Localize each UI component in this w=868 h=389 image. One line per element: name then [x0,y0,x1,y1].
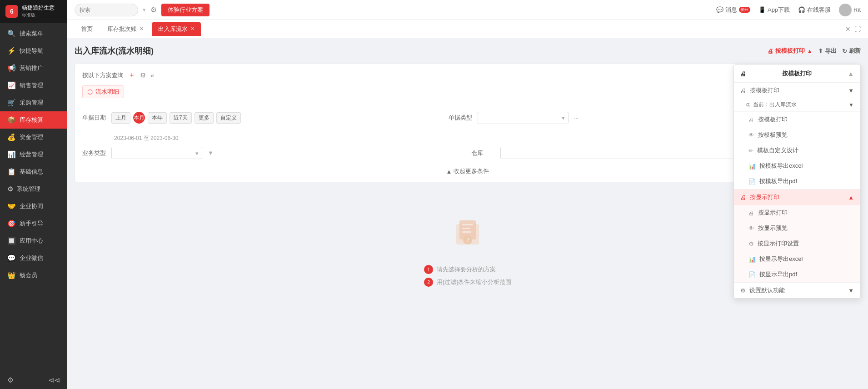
date-field: 单据日期 上月 本月 本年 近7天 更多 自定义 [82,112,441,124]
messages-btn[interactable]: 💬 消息 99+ [716,6,750,14]
sidebar-item-system[interactable]: ⚙ 系统管理 [0,180,67,198]
chevron-up-icon: ▲ [807,48,813,55]
sidebar-item-label: 企业微信 [20,254,43,262]
search-setting-icon[interactable]: ⚙ [140,71,146,80]
page-title-text: 出入库流水(流水明细) [75,45,154,56]
date-btn-more[interactable]: 更多 [195,112,214,124]
sidebar-item-basic[interactable]: 📋 基础信息 [0,163,67,180]
template-custom-item[interactable]: ✏ 模板自定义设计 [734,143,860,158]
topbar-dropdown[interactable]: ▾ [143,6,146,13]
display-excel-item[interactable]: 📊 按显示导出excel [734,251,860,267]
empty-icon: ? [449,215,486,258]
sidebar-item-inventory[interactable]: 📦 库存核算 [0,111,67,129]
minimize-icon[interactable]: ✕ [845,25,851,33]
footer-arrow-icon: ▼ [848,287,854,294]
app-icon: 📱 [758,6,766,13]
tab-batch[interactable]: 库存批次账 ✕ [101,22,150,36]
sidebar-item-appcenter[interactable]: 🔲 应用中心 [0,232,67,249]
display-print-icon: 🖨 [748,209,754,216]
sidebar-item-shortcuts[interactable]: ⚡ 快捷导航 [0,42,67,60]
topbar-right: 💬 消息 99+ 📱 App下载 🎧 在线客服 Rit [716,4,861,16]
system-icon: ⚙ [7,185,13,193]
sidebar-item-search[interactable]: 🔍 搜索菜单 [0,25,67,42]
refresh-btn[interactable]: ↻ 刷新 [842,47,861,55]
date-btn-7days[interactable]: 近7天 [170,112,192,124]
template-preview-item[interactable]: 👁 按模板预览 [734,127,860,143]
tab-flow[interactable]: 出入库流水 ✕ [152,22,201,36]
topbar-left: ▾ ⚙ 体验行业方案 [75,4,210,16]
sidebar-item-operations[interactable]: 📊 经营管理 [0,146,67,163]
print-dropdown-header: 🖨 按模板打印 ▲ [734,65,860,83]
dropdown-footer[interactable]: ⚙ 设置默认功能 ▼ [734,283,860,298]
tab-batch-close-icon[interactable]: ✕ [140,26,144,32]
template-pdf-icon: 📄 [748,178,756,185]
display-preview-icon: 👁 [748,225,754,232]
template-pdf-item[interactable]: 📄 按模板导出pdf [734,174,860,189]
display-print-item[interactable]: 🖨 按显示打印 [734,205,860,220]
sidebar-item-cooperation[interactable]: 🤝 企业协同 [0,198,67,215]
dropdown-collapse-icon[interactable]: ▲ [848,70,854,77]
tab-home[interactable]: 首页 [75,22,99,36]
user-name: Rit [853,6,861,13]
window-controls: ✕ ⛶ [845,25,861,33]
date-btn-last-month[interactable]: 上月 [111,112,130,124]
search-add-icon[interactable]: ＋ [128,70,135,80]
sidebar-item-label: 采购管理 [20,99,43,107]
sidebar-item-wechat[interactable]: 💬 企业微信 [0,249,67,267]
print-template-btn[interactable]: 🖨 按模板打印 ▲ [768,47,813,55]
online-service-btn[interactable]: 🎧 在线客服 [798,6,831,14]
display-print-settings-item[interactable]: ⚙ 按显示打印设置 [734,236,860,251]
export-btn[interactable]: ⬆ 导出 [818,47,837,55]
solution-btn[interactable]: 体验行业方案 [161,4,210,16]
warehouse-label: 仓库 [471,149,497,157]
sales-icon: 📈 [7,81,16,90]
template-section-header[interactable]: 🖨 按模板打印 ▼ [734,83,860,98]
export-label: 导出 [825,47,837,55]
maximize-icon[interactable]: ⛶ [854,25,861,33]
biz-type-field: 业务类型 ▼ [82,147,464,159]
doc-type-more-icon[interactable]: ··· [574,115,579,121]
app-download-btn[interactable]: 📱 App下载 [758,6,790,14]
display-section-chevron-icon: ▲ [848,194,854,201]
footer-collapse-icon[interactable]: ⊲⊲ [48,376,60,384]
member-icon: 👑 [7,271,16,279]
print-template-label: 按模板打印 [775,47,805,55]
date-btn-this-year[interactable]: 本年 [148,112,167,124]
step-1-text: 请先选择要分析的方案 [437,265,496,274]
sidebar-item-label: 基础信息 [20,168,43,176]
display-section-header[interactable]: 🖨 按显示打印 ▲ [734,190,860,205]
display-preview-item[interactable]: 👁 按显示预览 [734,220,860,236]
refresh-icon: ↻ [842,48,847,55]
user-profile[interactable]: Rit [839,4,861,16]
topbar-gear-icon[interactable]: ⚙ [150,5,157,14]
biz-type-chevron-icon: ▼ [208,150,214,156]
step-2-num: 2 [424,278,433,287]
doc-type-select[interactable] [478,112,569,124]
doc-type-select-wrapper [478,112,569,124]
sidebar-item-marketing[interactable]: 📢 营销推广 [0,60,67,77]
sidebar-item-guide[interactable]: 🎯 新手引导 [0,215,67,232]
display-pdf-item[interactable]: 📄 按显示导出pdf [734,267,860,282]
date-picker: 上月 本月 本年 近7天 更多 自定义 [111,112,241,124]
current-doc-row: 🖨 当前：出入库流水 ▼ [734,98,860,112]
search-input[interactable] [75,4,138,16]
search-collapse-icon[interactable]: « [150,71,154,79]
template-pdf-label: 按模板导出pdf [759,177,797,185]
template-print-item[interactable]: 🖨 按模板打印 [734,112,860,127]
display-preview-label: 按显示预览 [758,224,788,232]
guide-icon: 🎯 [7,219,16,228]
biz-type-select[interactable] [111,147,202,159]
footer-settings-icon[interactable]: ⚙ [7,376,14,384]
inventory-icon: 📦 [7,116,16,124]
sidebar-item-finance[interactable]: 💰 资金管理 [0,129,67,146]
date-btn-this-month[interactable]: 本月 [133,112,145,124]
sidebar-item-member[interactable]: 👑 畅会员 [0,267,67,284]
template-excel-item[interactable]: 📊 按模板导出excel [734,158,860,174]
sidebar-item-purchase[interactable]: 🛒 采购管理 [0,94,67,111]
sidebar-item-sales[interactable]: 📈 销售管理 [0,77,67,94]
tab-flow-close-icon[interactable]: ✕ [190,26,195,32]
sidebar-nav: 🔍 搜索菜单 ⚡ 快捷导航 📢 营销推广 📈 销售管理 🛒 采购管理 📦 库存核… [0,23,67,371]
svg-text:?: ? [466,237,469,243]
date-btn-custom[interactable]: 自定义 [216,112,241,124]
messages-badge: 99+ [739,7,750,13]
